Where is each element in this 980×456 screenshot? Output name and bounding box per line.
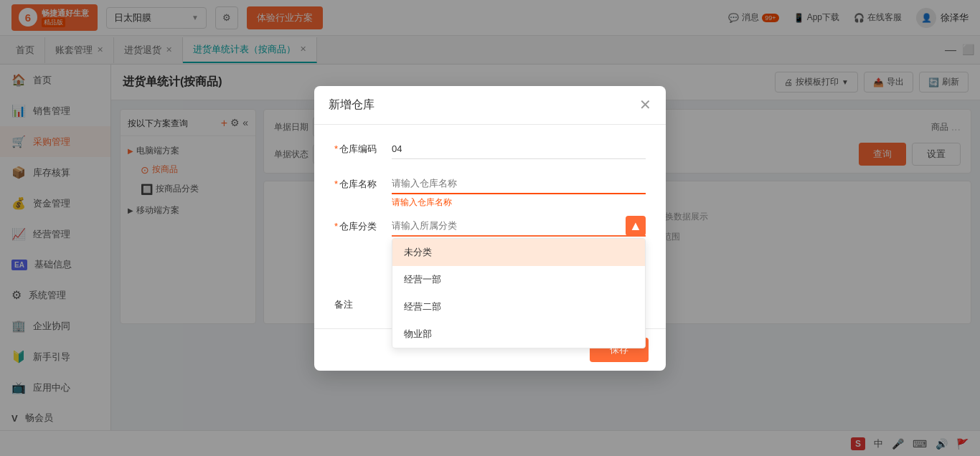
category-dropdown: 未分类 经营一部 经营二部 物业部	[392, 238, 646, 348]
dropdown-item-dept2[interactable]: 经营二部	[392, 293, 645, 320]
category-field-input-wrap: ▲ 未分类 经营一部 经营二部 物业部	[392, 216, 646, 237]
category-input-container: ▲	[392, 216, 646, 237]
category-required-star: *	[334, 221, 338, 232]
modal-body: * 仓库编码 * 仓库名称 请输入仓库名称	[314, 125, 666, 328]
dropdown-item-dept1-label: 经营一部	[404, 274, 441, 285]
category-input[interactable]	[392, 216, 646, 237]
category-field-label: * 仓库分类	[334, 216, 392, 233]
name-required-star: *	[334, 179, 338, 189]
code-field-row: * 仓库编码	[334, 139, 646, 159]
dropdown-item-dept1[interactable]: 经营一部	[392, 266, 645, 293]
name-field-input-wrap: 请输入仓库名称	[392, 174, 646, 209]
notes-field-label: 备注	[334, 294, 392, 311]
modal-overlay: 新增仓库 ✕ * 仓库编码 * 仓库名称	[0, 0, 980, 456]
name-input[interactable]	[392, 174, 646, 194]
category-field-row: * 仓库分类 ▲ 未分类 经营一部	[334, 216, 646, 237]
name-field-row: * 仓库名称 请输入仓库名称	[334, 174, 646, 209]
modal: 新增仓库 ✕ * 仓库编码 * 仓库名称	[314, 86, 666, 371]
modal-close-button[interactable]: ✕	[639, 98, 651, 112]
dropdown-item-dept2-label: 经营二部	[404, 301, 441, 312]
name-error-msg: 请输入仓库名称	[392, 196, 646, 209]
dropdown-item-property[interactable]: 物业部	[392, 320, 645, 348]
chevron-up-icon[interactable]: ▲	[626, 216, 646, 236]
modal-title: 新增仓库	[329, 98, 374, 113]
code-input[interactable]	[392, 139, 646, 159]
dropdown-item-none[interactable]: 未分类	[392, 239, 645, 266]
required-star: *	[334, 143, 338, 154]
code-field-input-wrap	[392, 139, 646, 159]
dropdown-item-property-label: 物业部	[404, 328, 432, 339]
code-field-label: * 仓库编码	[334, 143, 392, 156]
dropdown-item-none-label: 未分类	[404, 247, 432, 257]
modal-header: 新增仓库 ✕	[314, 86, 666, 125]
name-field-label: * 仓库名称	[334, 174, 392, 191]
